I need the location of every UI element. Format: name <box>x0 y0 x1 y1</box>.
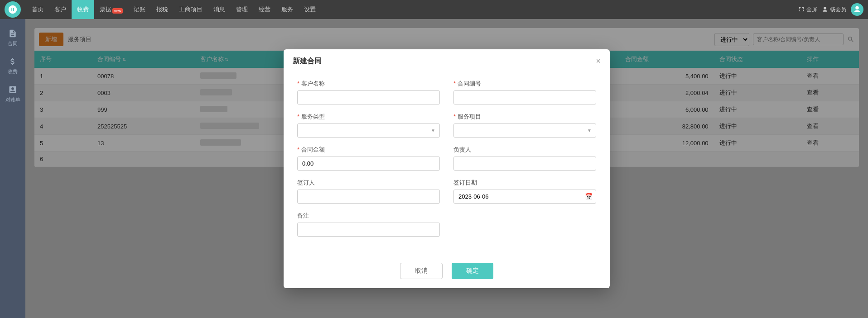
label-customer-name: 客户名称 <box>297 80 440 88</box>
modal-header: 新建合同 × <box>284 49 610 71</box>
nav-right-area: 全屏 畅会员 <box>798 3 863 16</box>
label-service-type: 服务类型 <box>297 113 440 121</box>
modal-footer: 取消 确定 <box>284 258 610 288</box>
confirm-button[interactable]: 确定 <box>452 263 493 279</box>
field-responsible: 负责人 <box>453 146 596 171</box>
label-remark: 备注 <box>297 212 440 220</box>
logo-icon <box>8 5 18 14</box>
date-wrapper: 📅 <box>453 190 596 204</box>
input-sign-date[interactable] <box>453 190 596 204</box>
nav-settings[interactable]: 设置 <box>299 0 321 19</box>
label-contract-amount: 合同金额 <box>297 146 440 154</box>
sidebar-item-contract[interactable]: 合同 <box>0 24 25 52</box>
nav-manage[interactable]: 管理 <box>231 0 253 19</box>
user-avatar[interactable] <box>851 3 863 16</box>
nav-customer[interactable]: 客户 <box>49 0 72 19</box>
modal-title: 新建合同 <box>293 57 322 66</box>
input-customer-name[interactable] <box>297 90 440 104</box>
nav-message[interactable]: 消息 <box>208 0 231 19</box>
nav-service[interactable]: 服务 <box>276 0 299 19</box>
modal-body: 客户名称 合同编号 服务类型 <box>284 71 610 258</box>
input-signer[interactable] <box>297 190 440 204</box>
field-service-type: 服务类型 <box>297 113 440 138</box>
modal-close-button[interactable]: × <box>596 57 601 65</box>
fullscreen-button[interactable]: 全屏 <box>798 6 817 14</box>
field-service-item: 服务项目 <box>453 113 596 138</box>
field-customer-name: 客户名称 <box>297 80 440 104</box>
content-area: 新增 服务项目 进行中 已完成 已终止 序号 合同编号 <box>25 19 868 318</box>
modal-overlay: 新建合同 × 客户名称 合同编号 <box>25 19 868 318</box>
new-badge: new <box>112 8 123 14</box>
sidebar: 合同 收费 对账单 <box>0 19 25 318</box>
contract-icon <box>7 28 18 39</box>
nav-fee[interactable]: 收费 <box>72 0 94 19</box>
field-sign-date: 签订日期 📅 <box>453 179 596 204</box>
top-navigation: 首页 客户 收费 票据 new 记账 报税 工商项目 消息 管理 经营 服务 设… <box>0 0 868 19</box>
input-responsible[interactable] <box>453 157 596 171</box>
input-contract-amount[interactable] <box>297 157 440 171</box>
cancel-button[interactable]: 取消 <box>400 263 443 279</box>
select-service-type[interactable] <box>297 123 440 138</box>
field-contract-no: 合同编号 <box>453 80 596 104</box>
label-sign-date: 签订日期 <box>453 179 596 187</box>
main-layout: 合同 收费 对账单 新增 服务项目 进行中 已完成 <box>0 19 868 318</box>
service-type-wrapper <box>297 123 440 138</box>
input-contract-no[interactable] <box>453 90 596 104</box>
form-row-4: 签订人 签订日期 📅 <box>297 179 596 204</box>
service-item-wrapper <box>453 123 596 138</box>
label-signer: 签订人 <box>297 179 440 187</box>
new-contract-modal: 新建合同 × 客户名称 合同编号 <box>284 49 610 288</box>
app-logo <box>5 1 21 18</box>
form-row-5: 备注 <box>297 212 596 237</box>
input-remark[interactable] <box>297 223 440 237</box>
nav-invoice[interactable]: 票据 new <box>94 0 128 19</box>
field-signer: 签订人 <box>297 179 440 204</box>
fullscreen-icon <box>798 6 805 13</box>
form-row-2: 服务类型 服务项目 <box>297 113 596 138</box>
nav-commerce[interactable]: 工商项目 <box>174 0 208 19</box>
nav-home[interactable]: 首页 <box>26 0 49 19</box>
label-contract-no: 合同编号 <box>453 80 596 88</box>
calendar-icon[interactable]: 📅 <box>585 193 593 200</box>
nav-bookkeeping[interactable]: 记账 <box>128 0 151 19</box>
nav-operation[interactable]: 经营 <box>253 0 276 19</box>
field-remark: 备注 <box>297 212 440 237</box>
sidebar-item-fee[interactable]: 收费 <box>0 52 25 80</box>
label-service-item: 服务项目 <box>453 113 596 121</box>
statement-icon <box>7 84 18 95</box>
member-icon <box>822 6 828 13</box>
avatar-icon <box>853 5 861 14</box>
member-button[interactable]: 畅会员 <box>822 6 846 14</box>
label-responsible: 负责人 <box>453 146 596 154</box>
nav-tax[interactable]: 报税 <box>151 0 174 19</box>
field-contract-amount: 合同金额 <box>297 146 440 171</box>
sidebar-item-statement[interactable]: 对账单 <box>0 80 25 108</box>
select-service-item[interactable] <box>453 123 596 138</box>
form-row-1: 客户名称 合同编号 <box>297 80 596 104</box>
fee-icon <box>7 56 18 67</box>
form-row-3: 合同金额 负责人 <box>297 146 596 171</box>
